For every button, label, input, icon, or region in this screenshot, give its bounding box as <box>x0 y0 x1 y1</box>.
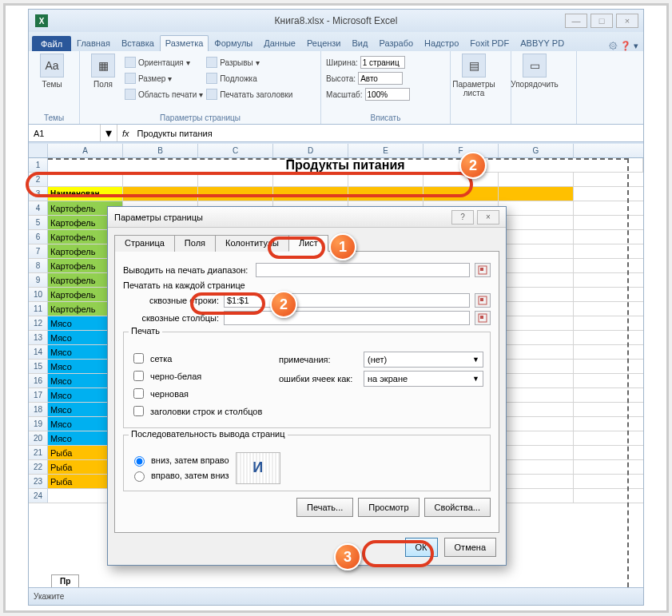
table-row[interactable]: 2 <box>29 173 643 187</box>
width-input[interactable] <box>360 56 405 69</box>
row-header[interactable]: 8 <box>29 259 48 272</box>
draft-checkbox[interactable] <box>133 388 144 399</box>
row-header[interactable]: 6 <box>29 230 48 244</box>
cell[interactable] <box>499 331 574 344</box>
dialog-help-button[interactable]: ? <box>451 210 474 225</box>
row-header[interactable]: 22 <box>29 460 48 474</box>
row-header[interactable]: 11 <box>29 302 48 316</box>
rows-to-repeat-input[interactable] <box>224 293 470 308</box>
row-header[interactable]: 2 <box>29 173 48 186</box>
row-header[interactable]: 1 <box>29 158 48 172</box>
arrange-button[interactable]: ▭Упорядочить <box>516 54 553 89</box>
scale-input[interactable] <box>365 88 410 101</box>
orientation-button[interactable]: Ориентация ▾ <box>125 55 203 70</box>
row-header[interactable]: 21 <box>29 446 48 459</box>
cell[interactable] <box>499 316 574 330</box>
errors-combo[interactable]: на экране▼ <box>364 371 483 387</box>
row-header[interactable]: 10 <box>29 288 48 301</box>
order-over-radio[interactable] <box>134 471 145 482</box>
height-input[interactable] <box>358 72 403 85</box>
cols-to-repeat-input[interactable] <box>224 311 470 325</box>
cell[interactable] <box>499 446 574 459</box>
row-header[interactable]: 23 <box>29 475 48 488</box>
col-header[interactable]: F <box>423 144 499 157</box>
row-header[interactable]: 18 <box>29 403 48 416</box>
row-header[interactable]: 19 <box>29 417 48 431</box>
tab-file[interactable]: Файл <box>32 36 71 51</box>
print-titles-button[interactable]: Печатать заголовки <box>206 87 292 101</box>
preview-button[interactable]: Просмотр <box>358 498 419 517</box>
headings-checkbox[interactable] <box>133 406 144 416</box>
cell[interactable] <box>499 230 574 244</box>
tab-developer[interactable]: Разрабо <box>373 35 419 51</box>
range-picker-button[interactable] <box>475 311 491 325</box>
dlg-tab-margins[interactable]: Поля <box>174 235 216 252</box>
cell[interactable] <box>499 288 574 301</box>
dlg-tab-header-footer[interactable]: Колонтитулы <box>215 235 289 252</box>
dialog-close-button[interactable]: × <box>477 210 499 225</box>
cell[interactable] <box>499 273 574 287</box>
tab-foxit[interactable]: Foxit PDF <box>464 35 515 51</box>
row-header[interactable]: 5 <box>29 216 48 229</box>
row-header[interactable]: 15 <box>29 360 48 373</box>
breaks-button[interactable]: Разрывы ▾ <box>206 55 292 70</box>
title-cell[interactable]: Продукты питания <box>48 158 643 172</box>
tab-review[interactable]: Рецензи <box>301 35 347 51</box>
select-all-corner[interactable] <box>29 144 48 157</box>
cell[interactable] <box>499 345 574 359</box>
cell[interactable] <box>499 302 574 316</box>
row-header[interactable]: 12 <box>29 316 48 330</box>
tab-view[interactable]: Вид <box>347 35 374 51</box>
cell[interactable]: Наименован <box>48 187 123 201</box>
sheet-tab-active[interactable]: Пр <box>51 574 79 587</box>
comments-combo[interactable]: (нет)▼ <box>364 352 483 368</box>
row-header[interactable]: 3 <box>29 187 48 201</box>
dlg-tab-sheet[interactable]: Лист <box>288 235 328 252</box>
cell[interactable] <box>499 388 574 402</box>
range-picker-button[interactable] <box>475 293 491 308</box>
cell[interactable] <box>499 201 574 215</box>
cell[interactable] <box>499 475 574 488</box>
tab-data[interactable]: Данные <box>258 35 301 51</box>
print-area-button[interactable]: Область печати ▾ <box>125 87 203 101</box>
cell[interactable] <box>499 259 574 272</box>
cell[interactable] <box>499 489 574 503</box>
margins-button[interactable]: ▦Поля <box>85 54 121 89</box>
cell[interactable] <box>499 244 574 258</box>
properties-button[interactable]: Свойства... <box>424 498 491 517</box>
col-header[interactable]: C <box>198 144 273 157</box>
range-picker-button[interactable] <box>475 263 491 277</box>
cell[interactable] <box>499 374 574 387</box>
cell[interactable] <box>499 403 574 416</box>
table-row[interactable]: 3 Наименован <box>29 187 643 201</box>
cell[interactable] <box>499 417 574 431</box>
tab-home[interactable]: Главная <box>71 35 116 51</box>
cancel-button[interactable]: Отмена <box>444 538 496 557</box>
order-down-radio[interactable] <box>134 456 145 467</box>
tab-formulas[interactable]: Формулы <box>209 35 258 51</box>
print-button[interactable]: Печать... <box>296 498 353 517</box>
col-header[interactable]: B <box>123 144 198 157</box>
row-header[interactable]: 16 <box>29 374 48 387</box>
tab-abbyy[interactable]: ABBYY PD <box>515 35 570 51</box>
table-row[interactable]: 1 Продукты питания <box>29 158 643 173</box>
cell[interactable] <box>499 216 574 229</box>
col-header[interactable]: G <box>499 144 574 157</box>
cell[interactable] <box>499 460 574 474</box>
row-header[interactable]: 20 <box>29 431 48 445</box>
row-header[interactable]: 7 <box>29 244 48 258</box>
print-range-input[interactable] <box>256 263 470 277</box>
tab-addins[interactable]: Надстро <box>419 35 464 51</box>
row-header[interactable]: 24 <box>29 489 48 503</box>
row-header[interactable]: 9 <box>29 273 48 287</box>
bw-checkbox[interactable] <box>133 371 144 381</box>
cell[interactable] <box>499 431 574 445</box>
close-button[interactable]: × <box>616 14 638 28</box>
dlg-tab-page[interactable]: Страница <box>114 235 175 252</box>
maximize-button[interactable]: □ <box>590 14 613 28</box>
row-header[interactable]: 14 <box>29 345 48 359</box>
background-button[interactable]: Подложка <box>206 71 292 85</box>
themes-button[interactable]: AaТемы <box>34 54 70 89</box>
row-header[interactable]: 13 <box>29 331 48 344</box>
sheet-options-button[interactable]: ▤Параметры листа <box>455 54 492 97</box>
